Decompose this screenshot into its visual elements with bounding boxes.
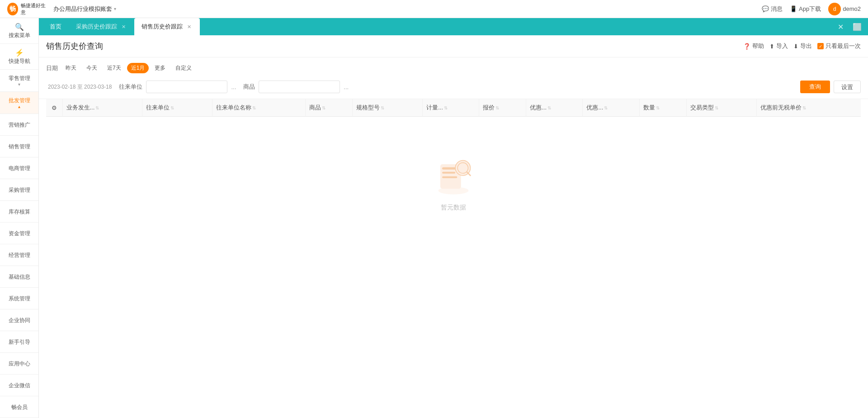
table-col-partner-code[interactable]: 往来单位 ⇅ bbox=[142, 99, 212, 117]
sidebar-item-purchase[interactable]: 采购管理 bbox=[0, 179, 38, 201]
sort-discount1-icon: ⇅ bbox=[547, 105, 551, 110]
product-ellipsis-btn[interactable]: ... bbox=[344, 84, 349, 90]
sidebar-label-finance: 资金管理 bbox=[9, 230, 30, 238]
import-icon: ⬆ bbox=[769, 43, 774, 50]
filter-bar: 日期 昨天 今天 近7天 近1月 更多 自定义 2023-02-18 至 202… bbox=[39, 57, 868, 99]
sort-trade-type-icon: ⇅ bbox=[715, 105, 718, 110]
avatar: d bbox=[828, 3, 841, 15]
table-col-pretax-price[interactable]: 优惠前无税单价 ⇅ bbox=[756, 99, 861, 117]
col-spec-label: 规格型号 bbox=[356, 104, 380, 112]
tab-home-label: 首页 bbox=[50, 23, 61, 31]
table-col-discount1[interactable]: 优惠... ⇅ bbox=[526, 99, 583, 117]
sidebar-item-retail[interactable]: 零售管理 ▾ bbox=[0, 70, 38, 92]
sidebar-item-app-center[interactable]: 应用中心 bbox=[0, 353, 38, 375]
tab-sales-history[interactable]: 销售历史价跟踪 ✕ bbox=[134, 18, 200, 35]
import-label: 导入 bbox=[776, 42, 788, 50]
sidebar-label-ecommerce: 电商管理 bbox=[9, 165, 30, 172]
sidebar-item-guide[interactable]: 新手引导 bbox=[0, 331, 38, 353]
sidebar-item-finance[interactable]: 资金管理 bbox=[0, 223, 38, 244]
table-col-gear[interactable]: ⚙ bbox=[46, 99, 62, 117]
sidebar-label-search: 搜索菜单 bbox=[9, 32, 30, 39]
date-btn-custom[interactable]: 自定义 bbox=[171, 63, 196, 73]
sidebar-item-quick-nav[interactable]: ⚡ 快捷导航 bbox=[0, 44, 38, 70]
message-action[interactable]: 💬 消息 bbox=[762, 5, 783, 13]
partner-ellipsis-btn[interactable]: ... bbox=[231, 84, 236, 90]
export-button[interactable]: ⬇ 导出 bbox=[793, 42, 812, 50]
sort-partner-code-icon: ⇅ bbox=[170, 105, 174, 110]
header-left: 畅 畅捷通好生意 办公用品行业模拟账套 ▾ bbox=[7, 2, 120, 15]
only-latest-checkbox[interactable]: ✓ 只看最后一次 bbox=[817, 42, 861, 50]
help-button[interactable]: ❓ 帮助 bbox=[743, 42, 764, 50]
settings-button[interactable]: 设置 bbox=[834, 81, 861, 93]
sidebar-item-member[interactable]: 畅会员 bbox=[0, 396, 38, 418]
table-col-price[interactable]: 报价 ⇅ bbox=[479, 99, 526, 117]
product-input[interactable] bbox=[259, 81, 340, 93]
tab-purchase-history[interactable]: 采购历史价跟踪 ✕ bbox=[69, 18, 134, 35]
search-icon: 🔍 bbox=[15, 23, 24, 31]
help-icon: ❓ bbox=[743, 43, 750, 50]
date-btn-more[interactable]: 更多 bbox=[151, 63, 170, 73]
sidebar-item-enterprise-wechat[interactable]: 企业微信 bbox=[0, 375, 38, 396]
table-col-quantity[interactable]: 数量 ⇅ bbox=[639, 99, 686, 117]
sidebar-item-sales[interactable]: 销售管理 bbox=[0, 136, 38, 157]
close-all-tabs-button[interactable]: ✕ bbox=[835, 22, 846, 32]
date-buttons: 昨天 今天 近7天 近1月 更多 自定义 bbox=[61, 63, 196, 73]
date-btn-1month[interactable]: 近1月 bbox=[127, 63, 149, 73]
col-partner-code-label: 往来单位 bbox=[146, 104, 170, 112]
date-filter-group: 日期 昨天 今天 近7天 近1月 更多 自定义 bbox=[46, 63, 196, 73]
tab-home[interactable]: 首页 bbox=[42, 18, 69, 35]
page-title: 销售历史价查询 bbox=[46, 41, 103, 52]
sidebar-label-quick: 快捷导航 bbox=[9, 58, 30, 65]
col-price-label: 报价 bbox=[483, 104, 495, 112]
message-label: 消息 bbox=[771, 5, 783, 13]
sidebar-item-enterprise-coop[interactable]: 企业协同 bbox=[0, 309, 38, 331]
user-info[interactable]: d demo2 bbox=[828, 3, 861, 15]
table-col-spec[interactable]: 规格型号 ⇅ bbox=[352, 99, 422, 117]
app-download-action[interactable]: 📱 App下载 bbox=[790, 5, 821, 13]
date-btn-today[interactable]: 今天 bbox=[82, 63, 101, 73]
sidebar-label-enterprise-wechat: 企业微信 bbox=[9, 382, 30, 390]
table-col-trade-type[interactable]: 交易类型 ⇅ bbox=[686, 99, 756, 117]
maximize-button[interactable]: ⬜ bbox=[850, 22, 864, 32]
export-icon: ⬇ bbox=[793, 43, 798, 50]
table-col-unit[interactable]: 计量... ⇅ bbox=[422, 99, 479, 117]
sidebar-label-inventory: 库存核算 bbox=[9, 209, 30, 216]
col-discount2-label: 优惠... bbox=[586, 104, 603, 112]
partner-filter-group: 往来单位 ... bbox=[119, 81, 236, 93]
sidebar: 🔍 搜索菜单 ⚡ 快捷导航 零售管理 ▾ 批发管理 ▴ 营销推广 销售管理 电商… bbox=[0, 18, 39, 418]
sidebar-label-guide: 新手引导 bbox=[9, 339, 30, 346]
table-col-discount2[interactable]: 优惠... ⇅ bbox=[583, 99, 639, 117]
page-title-actions: ❓ 帮助 ⬆ 导入 ⬇ 导出 ✓ 只看最后一次 bbox=[743, 42, 861, 50]
svg-rect-3 bbox=[442, 172, 455, 174]
sidebar-item-marketing[interactable]: 营销推广 bbox=[0, 114, 38, 136]
col-biz-date-label: 业务发生... bbox=[66, 104, 95, 112]
app-selector[interactable]: 办公用品行业模拟账套 ▾ bbox=[50, 3, 120, 15]
table-col-partner-name[interactable]: 往来单位名称 ⇅ bbox=[212, 99, 305, 117]
sidebar-item-basic[interactable]: 基础信息 bbox=[0, 266, 38, 288]
tab-purchase-close-icon[interactable]: ✕ bbox=[120, 23, 127, 30]
avatar-text: d bbox=[833, 6, 836, 12]
import-button[interactable]: ⬆ 导入 bbox=[769, 42, 788, 50]
tab-sales-close-icon[interactable]: ✕ bbox=[185, 23, 193, 30]
page-title-bar: 销售历史价查询 ❓ 帮助 ⬆ 导入 ⬇ 导出 ✓ bbox=[39, 35, 868, 57]
partner-input[interactable] bbox=[146, 81, 227, 93]
table-col-product[interactable]: 商品 ⇅ bbox=[305, 99, 352, 117]
tab-sales-history-label: 销售历史价跟踪 bbox=[142, 23, 183, 31]
tab-bar-actions: ✕ ⬜ bbox=[835, 22, 864, 32]
sidebar-item-system[interactable]: 系统管理 bbox=[0, 288, 38, 309]
sidebar-item-inventory[interactable]: 库存核算 bbox=[0, 201, 38, 223]
arrow-up-icon: ▴ bbox=[18, 104, 20, 109]
query-button[interactable]: 查询 bbox=[800, 81, 830, 93]
table-header: ⚙ 业务发生... ⇅ 往来单位 bbox=[46, 99, 861, 117]
date-btn-yesterday[interactable]: 昨天 bbox=[61, 63, 80, 73]
sidebar-item-wholesale[interactable]: 批发管理 ▴ bbox=[0, 92, 38, 114]
sidebar-item-operations[interactable]: 经营管理 bbox=[0, 244, 38, 266]
sidebar-item-ecommerce[interactable]: 电商管理 bbox=[0, 157, 38, 179]
message-icon: 💬 bbox=[762, 5, 769, 12]
sort-quantity-icon: ⇅ bbox=[656, 105, 660, 110]
header-right: 💬 消息 📱 App下载 d demo2 bbox=[762, 3, 861, 15]
date-btn-last7days[interactable]: 近7天 bbox=[103, 63, 125, 73]
date-range-display: 2023-02-18 至 2023-03-18 bbox=[48, 83, 112, 91]
sidebar-item-search-menu[interactable]: 🔍 搜索菜单 bbox=[0, 18, 38, 44]
table-col-biz-date[interactable]: 业务发生... ⇅ bbox=[62, 99, 142, 117]
